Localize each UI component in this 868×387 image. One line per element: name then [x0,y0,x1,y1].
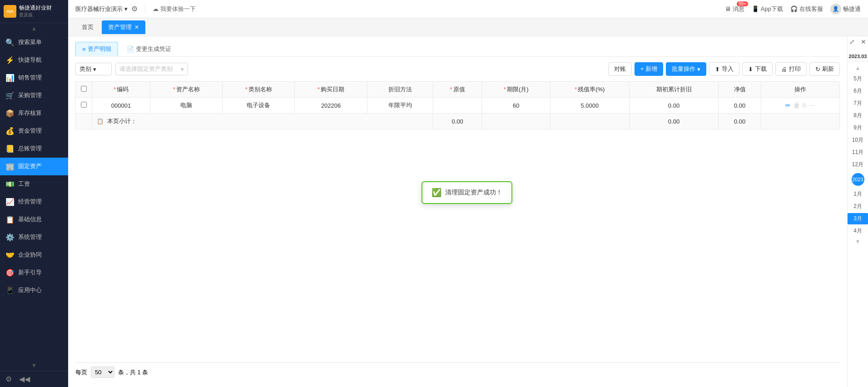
sidebar-icon-search: 🔍 [5,38,15,47]
bell-icon: 🖥 [725,5,731,12]
edit-icon[interactable]: ✏ [785,102,791,109]
sidebar-bottom: ⚙ ◀◀ [0,371,68,387]
year-badge: 2023 [852,173,864,186]
tabbar: 首页 资产管理 ✕ [68,18,868,36]
sidebar-item-search[interactable]: 🔍 搜索菜单 [0,34,68,51]
refresh-button[interactable]: ↻ 刷新 [809,62,840,76]
sidebar-item-system[interactable]: ⚙️ 系统管理 [0,228,68,246]
header-period: *期限(月) [482,82,551,98]
list-icon: ≡ [82,46,86,53]
import-label: 导入 [722,65,734,73]
month-12[interactable]: 12月 [848,159,868,170]
add-button[interactable]: + 新增 [635,62,663,76]
print-button[interactable]: 🖨 打印 [775,62,807,76]
category-placeholder-select[interactable]: 请选择固定资产类别 ▾ [115,63,188,75]
main-area: 医疗器械行业演示 ▾ ⚙ ☁ 我要体验一下 🖥 消息 99+ 📱 App下载 🎧… [68,0,868,387]
tab-asset-management[interactable]: 资产管理 ✕ [102,20,145,34]
tab-home-label: 首页 [82,23,94,31]
month-6[interactable]: 6月 [848,85,868,97]
tab-home[interactable]: 首页 [75,20,100,34]
settings-button[interactable]: ⚙ [131,5,138,13]
toolbar-left: 类别 ▾ 请选择固定资产类别 ▾ [75,63,605,75]
download-icon: 📱 [752,5,759,12]
refresh-label: 刷新 [822,65,834,73]
month-7[interactable]: 7月 [848,98,868,109]
sidebar-item-payroll[interactable]: 💵 工资 [0,175,68,193]
category-label: 类别 [79,65,91,73]
sidebar-label-basic_info: 基础信息 [18,215,42,223]
download-button[interactable]: ⬇ 下载 [742,62,773,76]
sidebar-icon-sales: 📊 [5,74,15,82]
dualaccount-button[interactable]: 对账 [608,62,632,76]
sidebar-item-quicknav[interactable]: ⚡ 快捷导航 [0,51,68,69]
toast-message: 清理固定资产成功！ [445,189,502,197]
dualaccount-label: 对账 [614,65,626,73]
app-download-button[interactable]: 📱 App下载 [752,5,783,13]
settings-icon[interactable]: ⚙ [5,375,12,383]
sidebar-item-inventory[interactable]: 📦 库存核算 [0,104,68,122]
user-menu[interactable]: 👤 畅捷通 [830,4,861,15]
subtab-asset-detail[interactable]: ≡ 资产明细 [75,42,118,56]
notifications-button[interactable]: 🖥 消息 99+ [725,5,744,13]
sidebar-item-apps[interactable]: 📱 应用中心 [0,282,68,299]
customer-service-button[interactable]: 🎧 在线客服 [790,5,823,13]
print-label: 打印 [789,65,801,73]
sidebar-icon-finance: 💰 [5,127,15,135]
right-panel-expand-button[interactable]: ⤢ [849,38,855,45]
cell-code: 000001 [92,98,150,114]
header-net-value: 净值 [719,82,761,98]
experience-link[interactable]: ☁ 我要体验一下 [153,5,196,13]
sidebar-label-sales: 销售管理 [18,74,42,82]
import-button[interactable]: ⬆ 导入 [709,62,739,76]
delete-icon[interactable]: 🗑 [794,102,800,109]
sidebar-label-fixed_assets: 固定资产 [18,162,42,170]
month-1[interactable]: 1月 [848,189,868,200]
copy-icon[interactable]: ⎘ [803,102,806,109]
sidebar-item-operations[interactable]: 📈 经营管理 [0,193,68,211]
right-panel-close-button[interactable]: ✕ [861,38,866,45]
category-dropdown-icon: ▾ [93,66,96,73]
avatar: 👤 [830,4,841,15]
subtab-voucher[interactable]: 📄 变更生成凭证 [120,42,178,56]
sidebar-icon-guide: 🎯 [5,268,15,277]
month-8[interactable]: 8月 [848,110,868,121]
select-all-checkbox[interactable] [81,86,87,92]
sidebar-item-fixed_assets[interactable]: 🏢 固定资产 [0,158,68,175]
month-2[interactable]: 2月 [848,201,868,212]
right-panel-up-arrow[interactable]: ▲ [854,64,862,72]
sidebar-scroll-down[interactable]: ▼ [0,360,68,371]
sidebar-label-apps: 应用中心 [18,286,42,294]
more-icon[interactable]: ⋯ [809,102,815,109]
print-icon: 🖨 [781,66,787,73]
sidebar-item-finance[interactable]: 💰 资金管理 [0,122,68,140]
category-select[interactable]: 类别 ▾ [75,63,112,75]
batch-button[interactable]: 批量操作 ▾ [666,62,706,76]
month-5[interactable]: 5月 [848,73,868,84]
company-selector[interactable]: 医疗器械行业演示 ▾ [75,5,128,13]
sidebar-icon-purchase: 🛒 [5,91,15,100]
row-checkbox[interactable] [81,102,87,108]
sidebar-item-basic_info[interactable]: 📋 基础信息 [0,211,68,228]
sidebar-scroll-up[interactable]: ▲ [0,23,68,34]
tab-asset-management-label: 资产管理 [108,23,132,31]
notifications-badge: 99+ [737,1,748,6]
right-panel-down-arrow[interactable]: ▼ [854,238,862,246]
sidebar-item-enterprise[interactable]: 🤝 企业协同 [0,246,68,264]
per-page-select[interactable]: 50 10 20 100 [91,367,114,378]
sidebar-item-guide[interactable]: 🎯 新手引导 [0,264,68,282]
app-edition: 普及版 [19,12,52,18]
sidebar-item-sales[interactable]: 📊 销售管理 [0,69,68,87]
month-3[interactable]: 3月 [848,213,868,224]
month-10[interactable]: 10月 [848,134,868,146]
collapse-icon[interactable]: ◀◀ [19,375,30,383]
month-11[interactable]: 11月 [848,147,868,158]
sidebar-item-ledger[interactable]: 📒 总账管理 [0,140,68,158]
month-9[interactable]: 9月 [848,122,868,134]
import-icon: ⬆ [715,66,720,73]
company-dropdown-icon: ▾ [124,5,128,12]
month-4[interactable]: 4月 [848,225,868,237]
tab-close-icon[interactable]: ✕ [134,24,139,30]
download-label: 下载 [755,65,767,73]
app-title: 畅捷通好业财 [19,5,52,12]
sidebar-item-purchase[interactable]: 🛒 采购管理 [0,87,68,104]
